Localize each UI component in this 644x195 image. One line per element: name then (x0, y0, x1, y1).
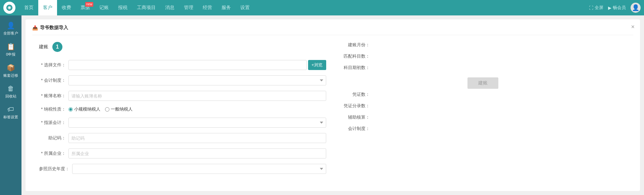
file-select-row: * 选择文件： +浏览 (39, 60, 326, 70)
tax-type-label: * 纳税性质： (39, 106, 66, 112)
main-layout: 👤 全部客户 📋 0申报 📦 账套迁移 🗑 回收站 🏷 标签设置 📥 导爷数据导… (0, 15, 644, 195)
accountant-label: * 指派会计： (39, 120, 66, 126)
tax-general-input[interactable] (105, 107, 109, 112)
company-label: * 所属企业： (39, 150, 66, 156)
sidebar: 👤 全部客户 📋 0申报 📦 账套迁移 🗑 回收站 🏷 标签设置 (0, 15, 21, 195)
accounting-system-label: * 会计制度： (39, 77, 66, 83)
zero-declare-icon: 📋 (7, 43, 15, 51)
company-row: * 所属企业： (39, 148, 326, 158)
info-period-label: 科目期初数： (340, 65, 370, 71)
import-icon: 📥 (32, 25, 38, 30)
tax-general-radio[interactable]: 一般纳税人 (105, 106, 133, 112)
nav-business[interactable]: 工商项目 (132, 0, 160, 15)
accountant-row: * 指派会计： (39, 118, 326, 128)
info-month-row: 建账月份： (340, 42, 627, 48)
info-match-label: 匹配科目数： (340, 53, 370, 59)
nav-invoice[interactable]: 票据 new (76, 0, 95, 15)
create-btn-container: 建账 (340, 77, 627, 89)
import-panel: 📥 导爷数据导入 × 建账 1 * 选择文件： (26, 19, 640, 191)
info-voucher-records-label: 凭证分录数： (340, 103, 370, 109)
tax-type-radio-group: 小规模纳税人 一般纳税人 (68, 106, 133, 112)
tax-type-row: * 纳税性质： 小规模纳税人 一般纳税人 (39, 106, 326, 112)
info-period-row: 科目期初数： (340, 65, 627, 71)
nav-accounting[interactable]: 记账 (95, 0, 113, 15)
nav-settings[interactable]: 设置 (236, 0, 254, 15)
recycle-icon: 🗑 (7, 85, 14, 92)
company-input[interactable] (68, 148, 326, 158)
info-aux-label: 辅助核算： (340, 114, 370, 120)
file-label: * 选择文件： (39, 62, 66, 68)
top-navigation: 首页 客户 收费 票据 new 记账 报税 工商项目 消息 管理 经营 服务 设… (0, 0, 644, 15)
fullscreen-button[interactable]: ⛶ 全屏 (589, 5, 603, 11)
info-voucher-row: 凭证数： (340, 91, 627, 97)
info-aux-row: 辅助核算： (340, 114, 627, 120)
form-right: 建账月份： 匹配科目数： 科目期初数： 建账 (340, 42, 627, 179)
tag-settings-icon: 🏷 (7, 106, 14, 113)
fullscreen-icon: ⛶ (589, 5, 593, 10)
sidebar-item-all-customers[interactable]: 👤 全部客户 (0, 19, 21, 39)
nav-service[interactable]: 服务 (217, 0, 236, 15)
member-button[interactable]: ▶ 畅会员 (608, 5, 626, 11)
app-logo[interactable] (3, 2, 15, 14)
sidebar-item-tag-settings[interactable]: 🏷 标签设置 (0, 103, 21, 122)
step-circle: 1 (52, 42, 62, 52)
nav-customer[interactable]: 客户 (38, 0, 57, 15)
accountant-select[interactable] (68, 118, 326, 128)
form-left: 建账 1 * 选择文件： +浏览 * 会计制度： (39, 42, 326, 179)
form-container: 建账 1 * 选择文件： +浏览 * 会计制度： (32, 42, 633, 179)
panel-title: 📥 导爷数据导入 (32, 25, 633, 35)
history-year-row: 参照历史年度： (39, 164, 326, 174)
nav-message[interactable]: 消息 (160, 0, 179, 15)
account-name-label: * 账簿名称： (39, 93, 66, 99)
avatar[interactable]: 👤 (631, 3, 641, 13)
tax-small-radio[interactable]: 小规模纳税人 (68, 106, 100, 112)
nav-operation[interactable]: 经营 (198, 0, 217, 15)
browse-button[interactable]: +浏览 (308, 60, 326, 70)
history-year-label: 参照历史年度： (39, 166, 69, 172)
svg-point-1 (8, 7, 10, 9)
history-year-select[interactable] (72, 164, 326, 174)
all-customers-icon: 👤 (7, 21, 15, 29)
memo-row: 助记码： (39, 133, 326, 143)
account-migration-icon: 📦 (7, 64, 15, 72)
create-button[interactable]: 建账 (467, 77, 498, 89)
sidebar-item-zero-declare[interactable]: 📋 0申报 (0, 40, 21, 60)
nav-fee[interactable]: 收费 (57, 0, 76, 15)
account-name-row: * 账簿名称： (39, 91, 326, 101)
tax-small-input[interactable] (68, 107, 73, 112)
file-input[interactable] (68, 60, 307, 70)
info-match-row: 匹配科目数： (340, 53, 627, 59)
account-name-input[interactable] (68, 91, 326, 101)
sidebar-item-recycle[interactable]: 🗑 回收站 (0, 82, 21, 102)
avatar-icon: 👤 (632, 4, 639, 11)
file-input-group: +浏览 (68, 60, 326, 70)
info-voucher-records-row: 凭证分录数： (340, 103, 627, 109)
member-icon: ▶ (608, 5, 611, 10)
accounting-system-select[interactable] (68, 75, 326, 85)
nav-tax[interactable]: 报税 (113, 0, 132, 15)
info-voucher-label: 凭证数： (340, 91, 370, 97)
info-acct-system-label: 会计制度： (340, 126, 370, 132)
info-acct-system-row: 会计制度： (340, 126, 627, 132)
info-month-label: 建账月份： (340, 42, 370, 48)
new-badge: new (85, 2, 93, 7)
nav-manage[interactable]: 管理 (179, 0, 198, 15)
close-button[interactable]: × (631, 23, 635, 30)
nav-home[interactable]: 首页 (19, 0, 38, 15)
memo-label: 助记码： (39, 135, 66, 141)
sidebar-item-account-migration[interactable]: 📦 账套迁移 (0, 61, 21, 81)
content-area: 📥 导爷数据导入 × 建账 1 * 选择文件： (21, 15, 644, 195)
top-nav-right: ⛶ 全屏 ▶ 畅会员 👤 (589, 3, 641, 13)
step-indicator: 建账 1 (39, 42, 326, 52)
memo-input[interactable] (68, 133, 326, 143)
accounting-system-row: * 会计制度： (39, 75, 326, 85)
